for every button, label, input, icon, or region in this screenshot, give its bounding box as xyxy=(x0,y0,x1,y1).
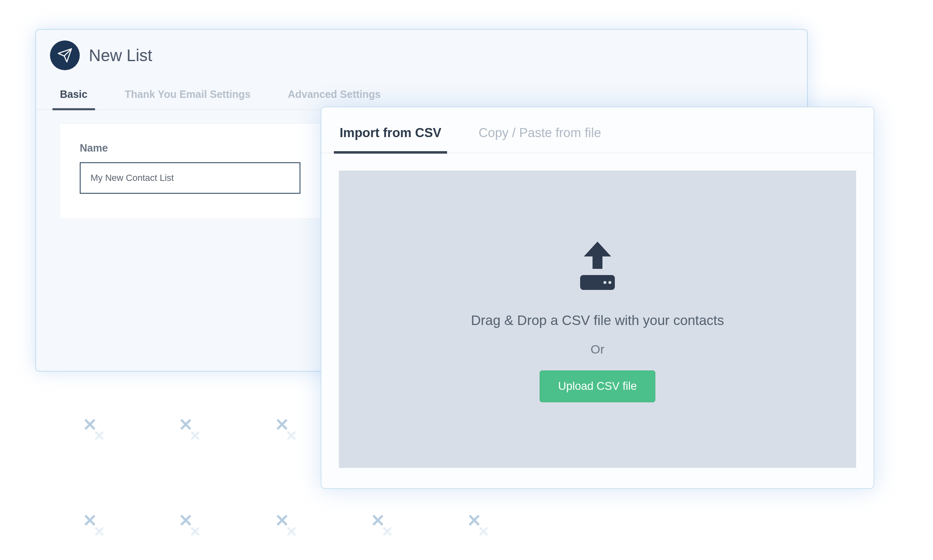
new-list-header: New List xyxy=(36,30,807,79)
basic-form-panel: Name xyxy=(60,124,320,218)
name-input[interactable] xyxy=(80,162,300,194)
upload-csv-button[interactable]: Upload CSV file xyxy=(540,370,656,402)
new-list-tabs: Basic Thank You Email Settings Advanced … xyxy=(36,79,807,110)
name-label: Name xyxy=(80,142,300,154)
tab-advanced[interactable]: Advanced Settings xyxy=(288,79,381,109)
svg-point-1 xyxy=(603,281,606,284)
page-title: New List xyxy=(89,46,152,65)
paper-plane-icon xyxy=(50,40,80,70)
import-tabs: Import from CSV Copy / Paste from file xyxy=(321,107,873,153)
upload-icon xyxy=(566,237,628,299)
dropzone-or-text: Or xyxy=(590,342,604,356)
tab-basic[interactable]: Basic xyxy=(60,79,88,109)
svg-point-2 xyxy=(608,281,611,284)
tab-import-csv[interactable]: Import from CSV xyxy=(340,126,441,153)
csv-dropzone[interactable]: Drag & Drop a CSV file with your contact… xyxy=(339,171,856,468)
tab-thank-you[interactable]: Thank You Email Settings xyxy=(125,79,251,109)
import-card: Import from CSV Copy / Paste from file D… xyxy=(321,107,874,489)
tab-copy-paste[interactable]: Copy / Paste from file xyxy=(478,126,601,153)
dropzone-primary-text: Drag & Drop a CSV file with your contact… xyxy=(471,313,724,328)
